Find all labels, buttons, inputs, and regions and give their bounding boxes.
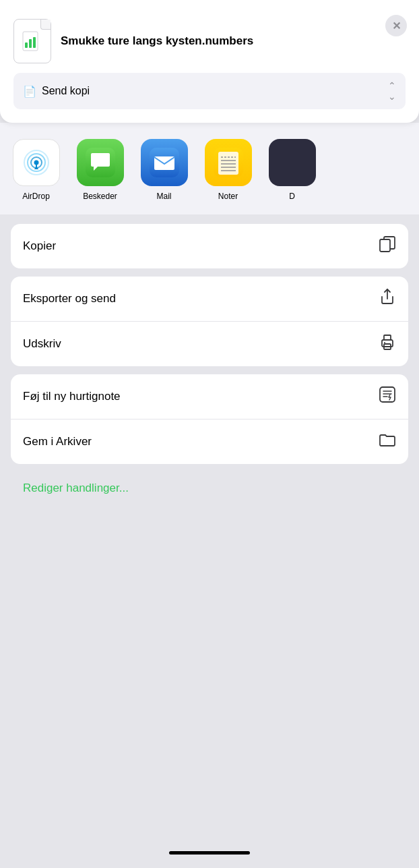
print-icon bbox=[379, 333, 396, 355]
action-section: Kopier Eksporter og send Udskriv bbox=[0, 224, 419, 495]
file-icon bbox=[13, 19, 51, 63]
mail-app-icon bbox=[141, 139, 188, 186]
quicknote-icon bbox=[379, 386, 396, 407]
close-button[interactable]: ✕ bbox=[385, 15, 407, 36]
app-item-noter[interactable]: Noter bbox=[203, 139, 253, 201]
file-header: Smukke ture langs kysten.numbers bbox=[13, 19, 406, 63]
archive-icon bbox=[379, 431, 396, 453]
send-kopi-button[interactable]: 📄 Send kopi ⌃⌄ bbox=[13, 73, 406, 109]
dark-app-icon bbox=[269, 139, 316, 186]
airdrop-app-icon bbox=[13, 139, 60, 186]
rediger-handlinger-link[interactable]: Rediger handlinger... bbox=[11, 472, 408, 495]
svg-rect-19 bbox=[380, 239, 390, 252]
app-item-dark[interactable]: D bbox=[267, 139, 317, 201]
svg-point-22 bbox=[384, 342, 385, 343]
send-kopi-label: Send kopi bbox=[42, 85, 90, 97]
beskeder-app-icon bbox=[77, 139, 124, 186]
action-group-2: Eksporter og send Udskriv bbox=[11, 277, 408, 366]
svg-point-7 bbox=[34, 161, 38, 165]
chevron-updown-icon: ⌃⌄ bbox=[388, 80, 396, 102]
action-group-3: Føj til ny hurtignote Gem i Arkiver bbox=[11, 374, 408, 464]
svg-rect-2 bbox=[29, 39, 32, 48]
top-card: Smukke ture langs kysten.numbers ✕ 📄 Sen… bbox=[0, 0, 419, 123]
noter-app-icon bbox=[205, 139, 252, 186]
file-title: Smukke ture langs kysten.numbers bbox=[61, 34, 406, 49]
mail-label: Mail bbox=[156, 192, 171, 201]
airdrop-label: AirDrop bbox=[22, 192, 50, 201]
copy-icon bbox=[379, 235, 396, 257]
svg-rect-23 bbox=[380, 387, 395, 402]
hurtignote-item[interactable]: Føj til ny hurtignote bbox=[11, 374, 408, 419]
app-item-beskeder[interactable]: Beskeder bbox=[75, 139, 125, 201]
action-group-1: Kopier bbox=[11, 224, 408, 268]
svg-rect-13 bbox=[218, 152, 238, 175]
app-item-mail[interactable]: Mail bbox=[139, 139, 189, 201]
eksporter-item[interactable]: Eksporter og send bbox=[11, 277, 408, 322]
rediger-handlinger-label: Rediger handlinger... bbox=[23, 482, 129, 494]
hurtignote-label: Føj til ny hurtignote bbox=[23, 390, 121, 403]
app-row-section: AirDrop Beskeder bbox=[0, 123, 419, 214]
udskriv-label: Udskriv bbox=[23, 337, 61, 351]
svg-rect-3 bbox=[33, 37, 36, 48]
udskriv-item[interactable]: Udskriv bbox=[11, 322, 408, 366]
noter-label: Noter bbox=[218, 192, 238, 201]
send-kopi-left: 📄 Send kopi bbox=[23, 85, 90, 98]
export-icon bbox=[379, 288, 396, 310]
home-indicator bbox=[169, 851, 250, 855]
app-row: AirDrop Beskeder bbox=[11, 139, 419, 201]
dark-label: D bbox=[289, 192, 295, 201]
kopier-item[interactable]: Kopier bbox=[11, 224, 408, 268]
arkiver-item[interactable]: Gem i Arkiver bbox=[11, 419, 408, 464]
app-item-airdrop[interactable]: AirDrop bbox=[11, 139, 61, 201]
document-icon: 📄 bbox=[23, 85, 36, 98]
svg-rect-1 bbox=[25, 42, 28, 48]
kopier-label: Kopier bbox=[23, 239, 56, 253]
close-icon: ✕ bbox=[392, 20, 401, 32]
eksporter-label: Eksporter og send bbox=[23, 292, 116, 306]
arkiver-label: Gem i Arkiver bbox=[23, 435, 92, 449]
beskeder-label: Beskeder bbox=[83, 192, 117, 201]
